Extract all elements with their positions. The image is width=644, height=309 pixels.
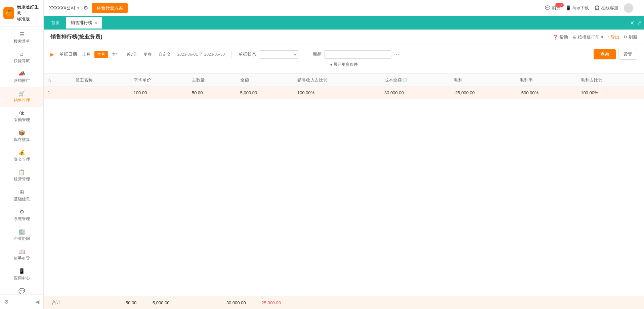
tab-sales-rank-label: 销售排行榜 [71, 20, 92, 26]
status-select[interactable] [259, 50, 299, 59]
cell-avg-price: 100.00 [130, 87, 188, 99]
sidebar-item-shortcut[interactable]: ⌂ 快捷导航 [0, 48, 43, 67]
print-chevron-icon: ▾ [601, 35, 603, 40]
footer-total: 5,000.00 [148, 300, 182, 305]
date-tabs: 上月 本月 本年 近7天 更多 自定义 [80, 51, 173, 58]
header-settings-icon[interactable]: ⚙ [83, 5, 88, 11]
tab-close-all-icon[interactable]: ✕ [630, 20, 634, 26]
purchase-icon: 🛍 [19, 110, 25, 116]
col-total: 全额 [236, 74, 293, 87]
cell-gross-rate: -500.00% [516, 87, 577, 99]
sidebar-item-search[interactable]: ☰ 搜索菜单 [0, 28, 43, 48]
cell-gross-pct: 100.00% [577, 87, 644, 99]
sidebar-item-marketing[interactable]: 📣 营销推广 [0, 67, 43, 87]
refresh-button[interactable]: ↻ 刷新 [624, 34, 637, 40]
footer-gross: -25,000.00 [256, 300, 290, 305]
date-tab-this-year[interactable]: 本年 [109, 51, 123, 58]
sidebar-item-apps[interactable]: 📱 应用中心 [0, 265, 43, 285]
table-footer: 合计 50.00 5,000.00 30,000.00 -25,000.00 [44, 296, 644, 309]
page-content: 销售排行榜(按业务员) ❓ 帮助 🖨 按模板打印 ▾ ↑ 导出 ↻ 刷新 [44, 30, 644, 309]
avatar[interactable] [624, 3, 633, 13]
print-button[interactable]: 🖨 按模板打印 ▾ [572, 34, 603, 40]
expand-down-icon: ▾ [330, 62, 332, 67]
header-right: 💬 消息 99+ 📱 App下载 🎧 在线客服 [545, 3, 639, 13]
sidebar-item-label: 基础信息 [14, 196, 30, 202]
page-header: 销售排行榜(按业务员) ❓ 帮助 🖨 按模板打印 ▾ ↑ 导出 ↻ 刷新 [44, 30, 644, 45]
sidebar-item-label: 经营管理 [14, 176, 30, 182]
message-badge: 99+ [555, 3, 564, 7]
table-row: 1 100.00 50.00 5,000.00 100.00% 30,000.0… [44, 87, 644, 99]
more-options-btn[interactable]: ··· [394, 51, 399, 57]
tab-sales-rank[interactable]: 销售排行榜 ✕ [66, 17, 102, 29]
cell-sales-pct: 100.00% [293, 87, 380, 99]
mobile-icon: 📱 [566, 5, 571, 10]
logo-name: 畅康通好生意 [17, 4, 40, 16]
sidebar-item-operations[interactable]: 📋 经营管理 [0, 166, 43, 186]
sidebar-settings-btn[interactable]: ⚙ [4, 299, 9, 305]
print-icon: 🖨 [572, 35, 576, 40]
tab-home-label: 首页 [51, 20, 60, 26]
footer-cost: 30,000.00 [222, 300, 256, 305]
tab-expand-icon[interactable]: ⤢ [637, 20, 641, 26]
date-tab-7days[interactable]: 近7天 [124, 51, 140, 58]
apps-icon: 📱 [18, 268, 25, 274]
trial-button[interactable]: 体验行业方案 [92, 3, 128, 13]
sidebar-item-wechat[interactable]: 💬 企业微信 [0, 285, 43, 294]
logo-text: 畅康通好生意 标准版 [17, 4, 40, 22]
page-title: 销售排行榜(按业务员) [50, 34, 102, 41]
sidebar-item-purchase[interactable]: 🛍 采购管理 [0, 107, 43, 126]
sidebar-item-system[interactable]: ⚙ 系统管理 [0, 205, 43, 225]
date-range-display: 2023-06-01 至 2023-06-30 [177, 52, 225, 57]
expand-row: ▾ 展开更多条件 [50, 60, 637, 69]
sidebar-item-basic[interactable]: ⊞ 基础信息 [0, 186, 43, 205]
col-qty: 主数量 [188, 74, 236, 87]
sidebar-item-finance[interactable]: 💰 资金管理 [0, 146, 43, 166]
col-rank: ☆ [44, 74, 71, 87]
sidebar-item-inventory[interactable]: 📦 库存核算 [0, 126, 43, 146]
col-cost: 成本全额 ⓘ [380, 74, 450, 87]
sidebar-item-enterprise[interactable]: 🏢 企业协同 [0, 225, 43, 245]
tab-home[interactable]: 首页 [46, 17, 65, 29]
sidebar-item-label: 销售管理 [14, 98, 30, 103]
sidebar-item-guide[interactable]: 📖 新手引导 [0, 245, 43, 265]
tab-close-icon[interactable]: ✕ [94, 21, 97, 25]
date-tab-custom[interactable]: 自定义 [156, 51, 173, 58]
footer-qty: 50.00 [122, 300, 148, 305]
company-name: XXXXXX公司 [49, 5, 75, 11]
help-button[interactable]: ❓ 帮助 [553, 34, 568, 40]
export-button[interactable]: ↑ 导出 [607, 34, 620, 40]
sidebar: 🍊 畅康通好生意 标准版 ☰ 搜索菜单 ⌂ 快捷导航 📣 营销推广 🛒 销售管理… [0, 0, 44, 309]
sidebar-item-label: 快捷导航 [14, 58, 30, 64]
filter-divider2 [306, 51, 306, 58]
tab-bar-right: ✕ ⤢ [630, 20, 641, 26]
table-scroll[interactable]: ☆ 员工名称 平均单价 主数量 全额 销售收入占比% 成本全额 ⓘ 毛利 毛利率… [44, 74, 644, 296]
goods-filter: 商品 ··· [313, 50, 399, 59]
page-actions: ❓ 帮助 🖨 按模板打印 ▾ ↑ 导出 ↻ 刷新 [553, 34, 638, 40]
filter-arrow-btn[interactable]: ▶ [50, 52, 54, 57]
filter-settings-button[interactable]: 设置 [618, 49, 637, 60]
company-select[interactable]: XXXXXX公司 ▾ [49, 5, 79, 11]
online-service-button[interactable]: 🎧 在线客服 [594, 5, 618, 11]
goods-input[interactable] [324, 50, 391, 59]
date-tab-more[interactable]: 更多 [141, 51, 155, 58]
filter-area: ▶ 单据日期 上月 本月 本年 近7天 更多 自定义 2023-06-01 至 … [44, 45, 644, 74]
sidebar-bottom: ⚙ ◀ [0, 294, 43, 309]
marketing-icon: 📣 [18, 70, 25, 77]
message-button[interactable]: 💬 消息 99+ [545, 5, 560, 11]
app-download-button[interactable]: 📱 App下载 [566, 5, 589, 11]
sidebar-collapse-btn[interactable]: ◀ [35, 299, 39, 305]
filter-row: ▶ 单据日期 上月 本月 本年 近7天 更多 自定义 2023-06-01 至 … [50, 49, 637, 60]
cell-name [71, 87, 129, 99]
cell-cost: 30,000.00 [380, 87, 450, 99]
expand-more-btn[interactable]: ▾ 展开更多条件 [330, 62, 358, 67]
query-button[interactable]: 查询 [594, 49, 616, 59]
col-gross: 毛利 [450, 74, 516, 87]
date-tab-this-month[interactable]: 本月 [94, 51, 108, 58]
sidebar-item-sales[interactable]: 🛒 销售管理 [0, 87, 43, 107]
search-menu-icon: ☰ [19, 31, 24, 38]
table-header-row: ☆ 员工名称 平均单价 主数量 全额 销售收入占比% 成本全额 ⓘ 毛利 毛利率… [44, 74, 644, 87]
date-filter: 单据日期 上月 本月 本年 近7天 更多 自定义 2023-06-01 至 20… [59, 51, 225, 58]
date-tab-last-month[interactable]: 上月 [80, 51, 93, 58]
sidebar-item-label: 系统管理 [14, 216, 30, 222]
sales-icon: 🛒 [18, 90, 25, 97]
